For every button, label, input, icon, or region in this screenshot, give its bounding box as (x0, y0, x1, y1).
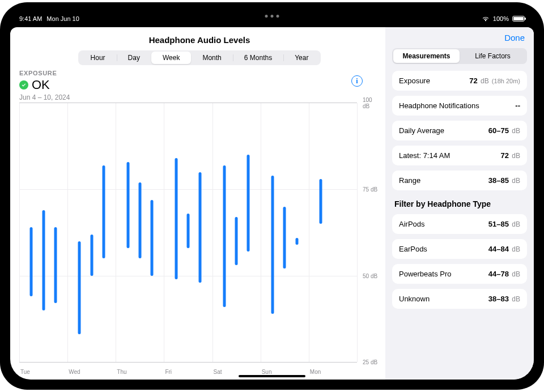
range-bar[interactable] (30, 227, 33, 296)
list-item[interactable]: Daily Average60–75 dB (392, 121, 527, 140)
range-bar[interactable] (126, 162, 129, 248)
dot-icon (271, 15, 274, 18)
status-bar: 9:41 AM Mon Jun 10 100% (10, 12, 534, 25)
y-tick: 75 dB (359, 186, 380, 193)
statusbar-time: 9:41 AM (19, 15, 42, 22)
range-bar[interactable] (151, 200, 154, 276)
detail-sheet: Headphone Audio Levels HourDayWeekMonth6… (10, 27, 534, 380)
x-tick: Wed (69, 369, 80, 375)
time-range-week[interactable]: Week (151, 52, 191, 64)
side-tab-measurements[interactable]: Measurements (393, 49, 460, 63)
info-icon: i (356, 77, 358, 86)
side-tab-segmented[interactable]: MeasurementsLife Factors (392, 48, 527, 64)
range-bar[interactable] (295, 238, 298, 245)
time-range-6-months[interactable]: 6 Months (233, 52, 283, 64)
dot-icon (277, 15, 279, 18)
range-bar[interactable] (78, 241, 81, 335)
dot-icon (265, 15, 268, 18)
statusbar-date: Mon Jun 10 (46, 15, 79, 22)
list-item[interactable]: Latest: 7:14 AM72 dB (392, 146, 527, 165)
done-button[interactable]: Done (504, 33, 525, 42)
multitask-dots[interactable] (265, 15, 279, 18)
time-range-month[interactable]: Month (191, 52, 232, 64)
ipad-frame: 9:41 AM Mon Jun 10 100% Headphone Audio … (0, 2, 544, 390)
list-item[interactable]: Range38–85 dB (392, 171, 527, 190)
home-indicator[interactable] (239, 375, 305, 377)
exposure-summary: EXPOSURE OK Jun 4 – 10, 2024 i (19, 70, 380, 101)
filter-list: AirPods51–85 dBEarPods44–84 dBPowerbeats… (392, 214, 527, 309)
range-bar[interactable] (271, 176, 274, 314)
list-item[interactable]: Headphone Notifications-- (392, 96, 527, 116)
range-bar[interactable] (54, 227, 57, 303)
exposure-status: OK (32, 78, 50, 92)
list-item[interactable]: Unknown38–83 dB (392, 289, 527, 309)
list-item[interactable]: AirPods51–85 dB (392, 214, 527, 234)
range-bar[interactable] (90, 235, 93, 276)
range-bar[interactable] (223, 165, 226, 307)
exposure-date-range: Jun 4 – 10, 2024 (19, 93, 70, 101)
range-bar[interactable] (235, 217, 238, 265)
chart-x-axis: TueWedThuFriSatSunMon (19, 364, 357, 375)
time-range-segmented[interactable]: HourDayWeekMonth6 MonthsYear (78, 50, 321, 65)
side-tab-life-factors[interactable]: Life Factors (460, 49, 526, 63)
x-tick: Sun (262, 369, 272, 375)
y-tick: 100 dB (359, 97, 380, 109)
range-bar[interactable] (187, 214, 190, 248)
ipad-screen: 9:41 AM Mon Jun 10 100% Headphone Audio … (10, 12, 534, 380)
range-bar[interactable] (103, 165, 105, 259)
range-bar[interactable] (138, 182, 141, 258)
x-tick: Thu (117, 369, 126, 375)
x-tick: Mon (310, 369, 321, 375)
checkmark-badge-icon (19, 80, 28, 90)
range-bar[interactable] (247, 155, 250, 252)
range-bar[interactable] (42, 210, 45, 310)
filter-section-title: Filter by Headphone Type (392, 196, 527, 208)
range-bar[interactable] (199, 172, 202, 283)
x-tick: Tue (20, 369, 30, 375)
time-range-hour[interactable]: Hour (79, 52, 117, 64)
x-tick: Sat (214, 369, 222, 375)
main-pane: Headphone Audio Levels HourDayWeekMonth6… (10, 27, 385, 380)
measurements-list: Exposure72 dB (18h 20m)Headphone Notific… (392, 71, 527, 190)
range-bar[interactable] (175, 158, 177, 279)
exposure-label: EXPOSURE (19, 70, 70, 76)
time-range-day[interactable]: Day (117, 52, 151, 64)
side-panel: Done MeasurementsLife Factors Exposure72… (385, 27, 534, 380)
list-item[interactable]: Powerbeats Pro44–78 dB (392, 264, 527, 284)
statusbar-battery-pct: 100% (493, 15, 509, 22)
chart-plot: 25 dB50 dB75 dB100 dB (19, 103, 357, 363)
list-item[interactable]: Exposure72 dB (18h 20m) (392, 71, 527, 91)
list-item[interactable]: EarPods44–84 dB (392, 239, 527, 259)
time-range-year[interactable]: Year (283, 52, 320, 64)
range-bar[interactable] (283, 207, 286, 269)
chart-container[interactable]: 25 dB50 dB75 dB100 dB TueWedThuFriSatSun… (19, 103, 380, 375)
range-bar[interactable] (320, 179, 322, 224)
wifi-icon (482, 16, 490, 22)
y-tick: 25 dB (359, 359, 380, 365)
y-tick: 50 dB (359, 272, 380, 279)
x-tick: Fri (165, 369, 172, 375)
page-title: Headphone Audio Levels (19, 34, 380, 50)
info-button[interactable]: i (351, 75, 363, 87)
battery-icon (512, 16, 525, 22)
